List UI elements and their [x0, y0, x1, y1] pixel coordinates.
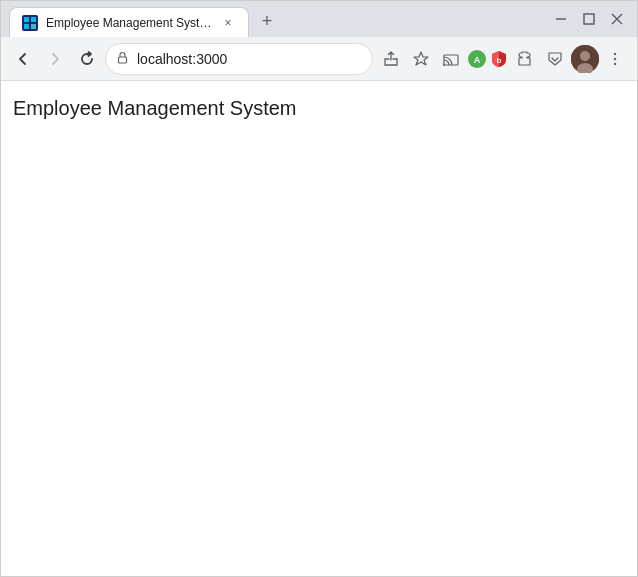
close-button[interactable] — [605, 7, 629, 31]
minimize-button[interactable] — [549, 7, 573, 31]
svg-text:b: b — [497, 56, 502, 65]
title-bar: Employee Management System × + — [1, 1, 637, 37]
cast-button[interactable] — [437, 45, 465, 73]
svg-rect-9 — [119, 57, 127, 63]
bookmark-button[interactable] — [407, 45, 435, 73]
forward-button[interactable] — [41, 45, 69, 73]
svg-point-19 — [614, 52, 616, 54]
svg-point-21 — [614, 62, 616, 64]
lock-icon — [116, 51, 129, 67]
tab-favicon — [22, 15, 38, 31]
tab-close-button[interactable]: × — [220, 15, 236, 31]
active-tab[interactable]: Employee Management System × — [9, 7, 249, 37]
page-content: Employee Management System — [1, 81, 637, 576]
svg-rect-3 — [24, 24, 29, 29]
svg-rect-4 — [31, 24, 36, 29]
tab-title: Employee Management System — [46, 16, 212, 30]
svg-rect-1 — [24, 17, 29, 22]
page-heading: Employee Management System — [13, 97, 625, 120]
new-tab-button[interactable]: + — [253, 7, 281, 35]
svg-point-20 — [614, 57, 616, 59]
tab-bar: Employee Management System × + — [9, 1, 281, 37]
address-input[interactable] — [137, 51, 362, 67]
svg-point-12 — [443, 64, 445, 66]
window-controls — [549, 7, 629, 37]
reload-button[interactable] — [73, 45, 101, 73]
profile-avatar[interactable] — [571, 45, 599, 73]
extensions-button[interactable] — [511, 45, 539, 73]
maximize-button[interactable] — [577, 7, 601, 31]
share-button[interactable] — [377, 45, 405, 73]
svg-marker-10 — [414, 52, 428, 65]
svg-rect-2 — [31, 17, 36, 22]
svg-point-17 — [580, 51, 590, 61]
back-button[interactable] — [9, 45, 37, 73]
svg-rect-6 — [584, 14, 594, 24]
bitwarden-icon[interactable]: b — [489, 49, 509, 69]
svg-text:A: A — [474, 55, 481, 65]
pocket-button[interactable] — [541, 45, 569, 73]
more-options-button[interactable] — [601, 45, 629, 73]
address-bar-wrapper[interactable] — [105, 43, 373, 75]
nav-actions: A b — [377, 45, 629, 73]
browser-window: Employee Management System × + — [0, 0, 638, 577]
adguard-icon[interactable]: A — [467, 49, 487, 69]
nav-bar: A b — [1, 37, 637, 81]
